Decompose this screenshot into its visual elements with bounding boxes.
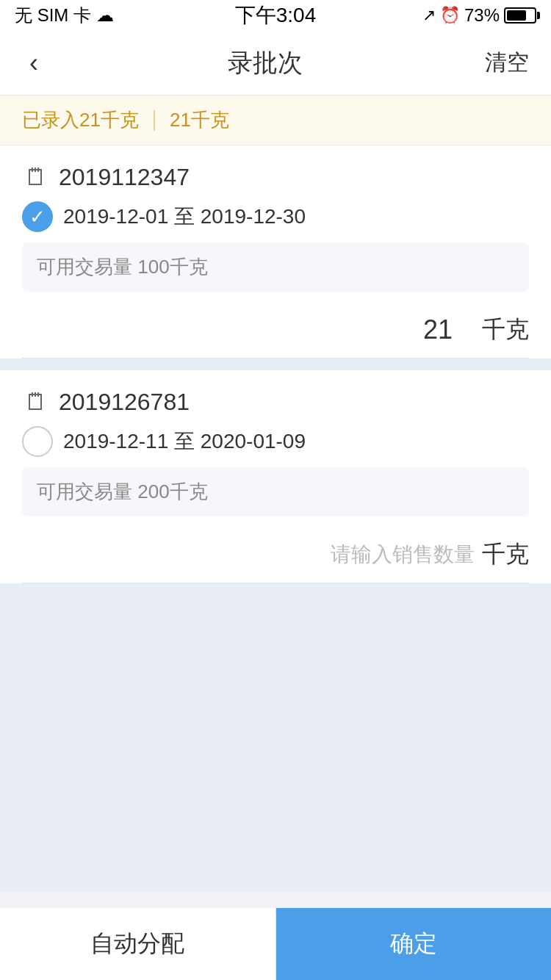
alarm-icon: ⏰ [440,6,460,25]
batch-2-header: 🗒 2019126781 [22,388,529,416]
sim-status: 无 SIM 卡 ☁ [15,4,114,27]
quantity-input[interactable] [254,543,475,566]
batch-2-input-row: 千克 [0,527,551,583]
location-icon: ↗ [422,6,436,25]
clear-button[interactable]: 清空 [485,48,529,78]
batch-1-header: 🗒 2019112347 [22,163,529,191]
batch-2-item: 🗒 2019126781 2019-12-11 至 2020-01-09 可用交… [0,370,551,516]
batch-2-icon: 🗒 [22,388,50,416]
nav-title: 录批次 [228,46,303,80]
batch-1-section: 🗒 2019112347 2019-12-01 至 2019-12-30 可用交… [0,145,551,359]
bottom-buttons: 自动分配 确定 [0,908,551,980]
status-right: ↗ ⏰ 73% [422,5,536,26]
batch-2-section: 🗒 2019126781 2019-12-11 至 2020-01-09 可用交… [0,370,551,583]
batch-2-availability: 可用交易量 200千克 [22,467,529,516]
batch-1-quantity-value: 21 [423,314,453,345]
batch-2-radio[interactable] [22,426,53,457]
batch-1-availability: 可用交易量 100千克 [22,242,529,292]
section-divider [0,359,551,370]
batch-2-row: 2019-12-11 至 2020-01-09 [22,426,529,457]
batch-2-date: 2019-12-11 至 2020-01-09 [63,428,306,455]
nav-bar: ‹ 录批次 清空 [0,31,551,96]
status-left: 无 SIM 卡 ☁ [15,4,114,27]
recorded-value: 21千克 [170,107,229,133]
batch-2-unit: 千克 [482,538,529,571]
batch-1-id: 2019112347 [59,164,190,191]
battery-percent: 73% [464,5,500,26]
info-banner: 已录入21千克 21千克 [0,96,551,145]
confirm-button[interactable]: 确定 [276,908,552,980]
batch-1-date: 2019-12-01 至 2019-12-30 [63,203,306,231]
recorded-label: 已录入21千克 [22,107,139,133]
status-bar: 无 SIM 卡 ☁ 下午3:04 ↗ ⏰ 73% [0,0,551,31]
batch-1-radio[interactable] [22,201,53,232]
status-time: 下午3:04 [235,1,317,29]
batch-2-id: 2019126781 [59,389,190,416]
auto-distribute-button[interactable]: 自动分配 [0,908,276,980]
bottom-area [0,583,551,892]
info-divider [154,110,155,131]
batch-1-unit: 千克 [482,314,529,346]
batch-1-row: 2019-12-01 至 2019-12-30 [22,201,529,232]
battery-fill [507,10,526,21]
batch-1-quantity-row: 21 千克 [0,302,551,358]
batch-1-item: 🗒 2019112347 2019-12-01 至 2019-12-30 可用交… [0,145,551,292]
batch-1-icon: 🗒 [22,163,50,191]
battery-icon [504,7,536,24]
back-button[interactable]: ‹ [22,40,46,86]
